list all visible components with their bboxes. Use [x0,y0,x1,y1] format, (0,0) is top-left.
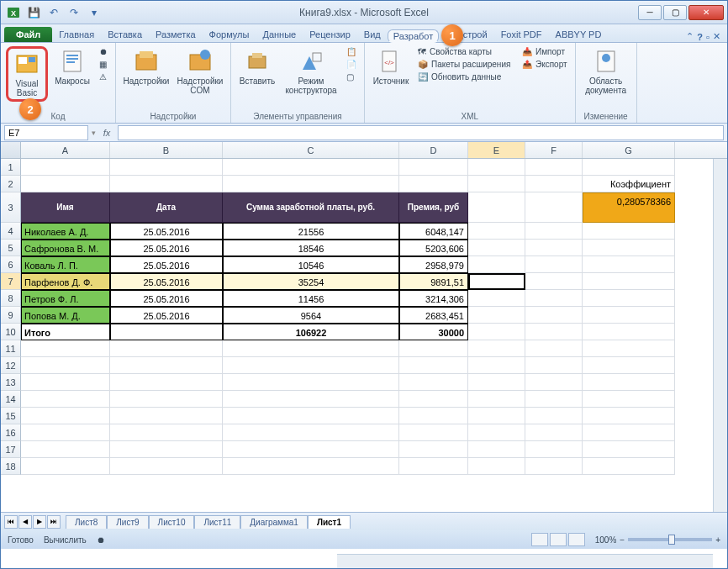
cell[interactable] [468,424,525,441]
cell[interactable] [525,176,583,192]
map-properties-button[interactable]: 🗺Свойства карты [415,46,516,57]
cell[interactable] [468,458,525,475]
cell[interactable]: 11456 [223,290,399,307]
cell[interactable] [525,159,583,176]
cell[interactable] [525,424,583,441]
cell[interactable] [21,340,110,357]
redo-icon[interactable]: ↷ [65,4,83,21]
cell[interactable]: Николаев А. Д. [21,223,110,240]
row-header[interactable]: 8 [1,290,21,307]
cell[interactable]: Дата [110,192,223,223]
fx-button[interactable]: fx [99,125,114,140]
cell[interactable] [468,340,525,357]
minimize-button[interactable]: ─ [638,5,662,20]
row-header[interactable]: 15 [1,408,21,424]
cell[interactable]: Сумма заработной платы, руб. [223,192,399,223]
cell[interactable] [583,391,675,408]
cell[interactable] [583,408,675,424]
cell[interactable] [399,458,468,475]
cell[interactable] [399,176,468,192]
page-break-view-button[interactable] [568,533,585,546]
cell[interactable] [583,307,675,324]
tab-view[interactable]: Вид [357,27,388,42]
normal-view-button[interactable] [531,533,548,546]
cell[interactable] [223,391,399,408]
cell[interactable]: 25.05.2016 [110,223,223,240]
cell[interactable] [583,290,675,307]
cell[interactable] [525,256,583,273]
cell[interactable] [110,357,223,374]
cell[interactable] [583,357,675,374]
cell[interactable] [583,340,675,357]
cell[interactable] [110,159,223,176]
minimize-ribbon-icon[interactable]: ⌃ [686,31,694,42]
cell[interactable]: 10546 [223,256,399,273]
save-icon[interactable]: 💾 [24,4,43,21]
xml-source-button[interactable]: </> Источник [370,46,412,87]
cell[interactable]: 21556 [223,223,399,240]
cell[interactable] [525,441,583,458]
cell[interactable] [21,159,110,176]
cell[interactable]: 30000 [399,324,468,340]
expansion-packs-button[interactable]: 📦Пакеты расширения [415,59,516,70]
cell[interactable]: Парфенов Д. Ф. [21,273,110,290]
cell[interactable] [21,441,110,458]
cell[interactable] [468,391,525,408]
cell[interactable] [468,192,525,223]
cell[interactable]: 25.05.2016 [110,273,223,290]
row-header[interactable]: 3 [1,192,21,223]
tab-abbyy[interactable]: ABBYY PD [549,27,609,42]
sheet-tab[interactable]: Лист9 [107,515,148,529]
tab-data[interactable]: Данные [256,27,303,42]
cell[interactable] [21,458,110,475]
cell[interactable] [468,159,525,176]
cell[interactable] [399,408,468,424]
cell[interactable] [525,290,583,307]
addins-button[interactable]: Надстройки [121,46,171,87]
cell[interactable]: Коваль Л. П. [21,256,110,273]
window-restore-icon[interactable]: ▫ [706,32,710,42]
col-header-b[interactable]: B [110,142,223,158]
cell[interactable]: Петров Ф. Л. [21,290,110,307]
cell[interactable] [110,374,223,391]
zoom-out-button[interactable]: − [620,535,625,545]
cell[interactable]: 2683,451 [399,307,468,324]
col-header-g[interactable]: G [583,142,675,158]
cell[interactable] [525,408,583,424]
row-header[interactable]: 13 [1,374,21,391]
cell[interactable] [110,424,223,441]
sheet-tab[interactable]: Диаграмма1 [240,515,308,529]
cell[interactable] [21,408,110,424]
cell[interactable]: 35254 [223,273,399,290]
cell[interactable] [110,391,223,408]
cell[interactable] [583,441,675,458]
cell[interactable]: Премия, руб [399,192,468,223]
cell[interactable] [468,324,525,340]
vertical-scrollbar[interactable] [713,159,727,512]
cell[interactable] [21,357,110,374]
row-header[interactable]: 10 [1,324,21,340]
cell[interactable] [223,458,399,475]
cell[interactable] [525,357,583,374]
cell[interactable]: Имя [21,192,110,223]
cell[interactable] [110,176,223,192]
cell[interactable] [583,424,675,441]
cell[interactable]: Итого [21,324,110,340]
cell[interactable]: 25.05.2016 [110,256,223,273]
cell[interactable]: 9564 [223,307,399,324]
cell[interactable] [110,458,223,475]
cell[interactable] [583,458,675,475]
col-header-c[interactable]: C [223,142,399,158]
cell[interactable]: 106922 [223,324,399,340]
cell[interactable]: 3214,306 [399,290,468,307]
cell[interactable] [525,391,583,408]
cell[interactable] [468,240,525,256]
macros-button[interactable]: Макросы [51,46,93,87]
row-header[interactable]: 11 [1,340,21,357]
sheet-tab[interactable]: Лист1 [308,515,351,529]
cell[interactable] [525,273,583,290]
cell[interactable] [468,408,525,424]
sheet-tab[interactable]: Лист10 [149,515,195,529]
undo-icon[interactable]: ↶ [45,4,63,21]
cell[interactable] [223,159,399,176]
